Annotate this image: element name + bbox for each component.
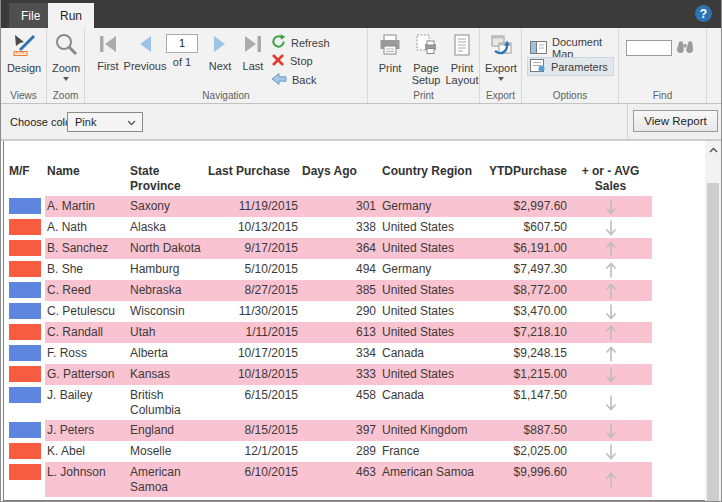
page-setup-button[interactable]: Page Setup [408,32,444,86]
scrollbar-thumb[interactable] [707,183,719,502]
name-cell: L. Johnson [45,462,128,497]
help-icon[interactable]: ? [695,5,712,22]
last-purchase-cell: 8/15/2015 [206,420,300,441]
gender-color-box [9,387,41,403]
refresh-button[interactable]: Refresh [271,34,330,51]
next-page-button[interactable]: Next [201,32,239,72]
gender-color-box [9,345,41,361]
ytd-cell: $7,218.10 [482,322,569,343]
print-layout-button[interactable]: Print Layout [444,32,480,86]
name-cell: B. She [45,259,128,280]
trend-cell [569,196,652,217]
refresh-label: Refresh [291,37,330,49]
state-cell: Utah [128,322,206,343]
ytd-cell: $2,025.00 [482,441,569,462]
state-cell: Moselle [128,441,206,462]
parameters-button[interactable]: Parameters [527,57,614,76]
report-viewport: M/F Name State Province Last Purchase Da… [1,140,721,502]
ytd-cell: $9,248.15 [482,343,569,364]
chevron-down-icon [127,120,136,126]
previous-label: Previous [124,60,167,72]
ribbon: Design Views Zoom Zoom [1,28,721,104]
state-cell: British Columbia [128,385,206,420]
last-purchase-cell: 10/17/2015 [206,343,300,364]
days-ago-cell: 494 [300,259,378,280]
state-cell: Hamburg [128,259,206,280]
page-number-input[interactable]: 1 [166,34,198,53]
days-ago-cell: 289 [300,441,378,462]
table-row: A. Martin Saxony 11/19/2015 301 Germany … [9,196,705,217]
tab-run[interactable]: Run [48,3,94,28]
export-dropdown-icon[interactable] [498,77,504,81]
table-row: A. Nath Alaska 10/13/2015 338 United Sta… [9,217,705,238]
name-cell: J. Peters [45,420,128,441]
trend-down-arrow-icon [604,366,618,384]
zoom-label: Zoom [52,62,80,74]
column-header-state-province: State Province [128,162,206,196]
country-cell: Canada [378,343,482,364]
gender-color-box [9,198,41,214]
trend-cell [569,462,652,497]
trend-cell [569,238,652,259]
last-purchase-cell: 8/27/2015 [206,280,300,301]
last-purchase-cell: 9/17/2015 [206,238,300,259]
table-row: G. Patterson Kansas 10/18/2015 333 Unite… [9,364,705,385]
next-page-icon [208,32,232,58]
last-page-button[interactable]: Last [235,32,271,72]
title-bar: File Run ? [1,0,721,28]
export-icon [488,32,514,60]
back-button[interactable]: Back [271,72,316,88]
gender-cell [9,301,45,322]
zoom-dropdown-icon[interactable] [63,77,69,81]
last-purchase-cell: 11/30/2015 [206,301,300,322]
ribbon-group-views: Design Views [1,28,47,103]
gender-cell [9,343,45,364]
document-map-icon [530,41,547,56]
days-ago-cell: 385 [300,280,378,301]
name-cell: J. Bailey [45,385,128,420]
last-label: Last [243,60,264,72]
tab-file[interactable]: File [9,3,52,28]
trend-cell [569,385,652,420]
trend-up-arrow-icon [604,324,618,342]
gender-color-box [9,366,41,382]
ytd-cell: $2,997.60 [482,196,569,217]
print-group-label: Print [368,90,479,101]
last-purchase-cell: 10/18/2015 [206,364,300,385]
state-cell: Alaska [128,217,206,238]
color-select[interactable]: Pink [67,112,143,132]
parameter-bar-divider [627,104,628,139]
gender-cell [9,441,45,462]
gender-cell [9,462,45,497]
zoom-button[interactable]: Zoom [49,32,83,81]
export-button[interactable]: Export [482,32,520,81]
table-row: B. Sanchez North Dakota 9/17/2015 364 Un… [9,238,705,259]
view-report-button[interactable]: View Report [633,110,718,132]
gender-color-box [9,261,41,277]
export-label: Export [485,62,517,74]
print-button[interactable]: Print [374,32,406,74]
export-group-label: Export [480,90,521,101]
previous-page-button[interactable]: Previous [118,32,172,72]
page-setup-icon [413,32,439,60]
trend-cell [569,259,652,280]
gender-cell [9,259,45,280]
scroll-up-icon[interactable] [705,141,721,159]
zoom-group-label: Zoom [47,90,84,101]
state-cell: North Dakota [128,238,206,259]
country-cell: Canada [378,385,482,420]
table-row: B. She Hamburg 5/10/2015 494 Germany $7,… [9,259,705,280]
country-cell: United States [378,217,482,238]
trend-up-arrow-icon [604,471,618,489]
trend-cell [569,301,652,322]
table-header-row: M/F Name State Province Last Purchase Da… [9,162,705,196]
design-button[interactable]: Design [4,32,44,74]
trend-cell [569,441,652,462]
binoculars-icon[interactable] [676,40,694,59]
days-ago-cell: 364 [300,238,378,259]
vertical-scrollbar[interactable] [705,141,721,502]
find-input[interactable] [626,40,672,56]
stop-button[interactable]: Stop [271,53,313,69]
trend-cell [569,280,652,301]
ribbon-group-zoom: Zoom Zoom [47,28,85,103]
